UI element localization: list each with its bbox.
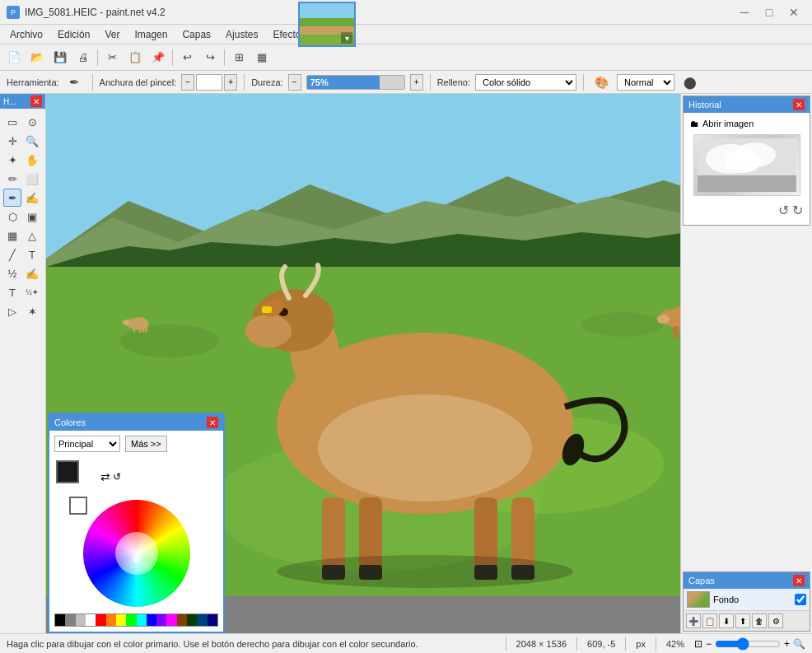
menu-imagen[interactable]: Imagen: [128, 27, 174, 42]
layer-visible-checkbox[interactable]: [795, 594, 806, 605]
add-layer-button[interactable]: ➕: [686, 613, 701, 628]
history-redo-button[interactable]: ↻: [792, 203, 803, 218]
cut-button[interactable]: ✂: [101, 48, 123, 68]
opacity-icon[interactable]: ⬤: [679, 72, 701, 92]
palette-navy-blue[interactable]: [197, 614, 207, 626]
special-3-tool[interactable]: T: [3, 283, 21, 301]
menu-ajustes[interactable]: Ajustes: [219, 27, 264, 42]
palette-magenta[interactable]: [166, 614, 176, 626]
pan-tool[interactable]: ✋: [23, 151, 41, 169]
hardness-bar[interactable]: 75%: [306, 75, 405, 90]
toolbox-close[interactable]: ✕: [30, 96, 42, 107]
layer-name: Fondo: [713, 595, 791, 604]
gradient-tool[interactable]: ▦: [3, 226, 21, 245]
save-file-button[interactable]: 💾: [49, 48, 71, 68]
color-wheel[interactable]: [83, 500, 190, 607]
move-tool[interactable]: ✛: [3, 132, 21, 150]
zoom-in-button[interactable]: +: [784, 638, 790, 650]
print-button[interactable]: 🖨: [72, 48, 94, 68]
palette-orange[interactable]: [106, 614, 116, 626]
menu-edicion[interactable]: Edición: [51, 27, 96, 42]
paste-button[interactable]: 📌: [147, 48, 169, 68]
shapes-tool[interactable]: △: [23, 226, 41, 245]
palette-gray[interactable]: [65, 614, 75, 626]
palette-red[interactable]: [96, 614, 105, 626]
hardness-increase[interactable]: +: [410, 74, 423, 91]
layer-settings-button[interactable]: ⚙: [768, 613, 783, 628]
palette-brown[interactable]: [177, 614, 187, 626]
shape-arrow-tool[interactable]: ▷: [3, 302, 21, 320]
thumbnail-expand[interactable]: ▾: [341, 32, 352, 44]
palette-yellow[interactable]: [116, 614, 126, 626]
blend-mode-dropdown[interactable]: Normal: [617, 74, 674, 91]
fill-dropdown[interactable]: Sin relleno Color sólido Lineal (degrada…: [475, 74, 576, 91]
brush-width-decrease[interactable]: −: [181, 74, 194, 91]
current-tool-icon[interactable]: ✒: [64, 72, 86, 92]
new-file-button[interactable]: 📄: [3, 48, 25, 68]
menu-capas[interactable]: Capas: [175, 27, 217, 42]
move-layer-down-button[interactable]: ⬇: [719, 613, 734, 628]
palette-black[interactable]: [55, 614, 65, 626]
zoom-tool[interactable]: 🔍: [23, 132, 41, 150]
history-item-open[interactable]: 🖿 Abrir imagen: [687, 116, 806, 131]
layer-item-fondo[interactable]: Fondo: [684, 589, 810, 610]
close-button[interactable]: ✕: [782, 4, 805, 21]
blend-mode-icon[interactable]: 🎨: [590, 72, 612, 92]
colors-close-button[interactable]: ✕: [207, 417, 218, 428]
pencil-tool[interactable]: ✒: [3, 189, 21, 207]
rectangle-select-tool[interactable]: ▭: [3, 113, 21, 131]
zoom-out-button[interactable]: −: [706, 638, 712, 650]
history-close-button[interactable]: ✕: [793, 99, 805, 110]
palette-purple[interactable]: [156, 614, 166, 626]
hardness-decrease[interactable]: −: [288, 74, 301, 91]
palette-blue[interactable]: [147, 614, 156, 626]
zoom-fit-button[interactable]: ⊡: [694, 638, 702, 650]
secondary-color-swatch[interactable]: [69, 497, 87, 515]
text-tool[interactable]: T: [23, 245, 41, 264]
zoom-slider[interactable]: [715, 637, 781, 651]
color-mode-select[interactable]: Principal Secundario: [54, 436, 120, 452]
primary-color-swatch[interactable]: [56, 460, 79, 483]
redo-button[interactable]: ↪: [199, 48, 221, 68]
swap-colors-button[interactable]: ⇄: [100, 470, 110, 483]
special-1-tool[interactable]: ½: [3, 264, 21, 282]
reset-colors-button[interactable]: ↺: [113, 470, 121, 483]
palette-dark-green[interactable]: [187, 614, 197, 626]
menu-ver[interactable]: Ver: [98, 27, 126, 42]
magic-wand-tool[interactable]: ✦: [3, 151, 21, 169]
clone-stamp-tool[interactable]: ✍: [23, 189, 41, 207]
delete-layer-button[interactable]: 🗑: [752, 613, 767, 628]
minimize-button[interactable]: ─: [733, 4, 756, 21]
palette-white[interactable]: [86, 614, 96, 626]
colors-more-button[interactable]: Más >>: [125, 436, 167, 452]
move-layer-up-button[interactable]: ⬆: [735, 613, 750, 628]
line-tool[interactable]: ╱: [3, 245, 21, 264]
layers-close-button[interactable]: ✕: [793, 575, 805, 586]
image-thumbnail-tab[interactable]: ▾: [298, 2, 356, 47]
history-undo-button[interactable]: ↺: [778, 203, 789, 218]
duplicate-layer-button[interactable]: 📋: [702, 613, 717, 628]
palette-green[interactable]: [126, 614, 136, 626]
palette-cyan[interactable]: [137, 614, 147, 626]
color-fill-tool[interactable]: ▣: [23, 208, 41, 226]
open-file-button[interactable]: 📂: [26, 48, 48, 68]
brush-width-input[interactable]: 2: [196, 74, 222, 91]
special-shape-tool[interactable]: ✶: [23, 302, 41, 320]
palette-dark-navy[interactable]: [208, 614, 217, 626]
lasso-select-tool[interactable]: ⊙: [23, 113, 41, 131]
undo-button[interactable]: ↩: [176, 48, 198, 68]
palette-silver[interactable]: [76, 614, 86, 626]
special-2-tool[interactable]: ✍: [23, 264, 41, 282]
zoom-percent: 42%: [666, 639, 684, 649]
menu-archivo[interactable]: Archivo: [3, 27, 49, 42]
paint-brush-tool[interactable]: ✏: [3, 170, 21, 188]
brush-width-increase[interactable]: +: [224, 74, 237, 91]
crop-button[interactable]: ⊞: [228, 48, 250, 68]
eraser-tool[interactable]: ⬜: [23, 170, 41, 188]
recolor-tool[interactable]: ⬡: [3, 208, 21, 226]
special-4-tool[interactable]: ½✦: [23, 283, 41, 301]
zoom-100-button[interactable]: 🔍: [793, 638, 805, 650]
maximize-button[interactable]: □: [758, 4, 781, 21]
resize-button[interactable]: ▦: [251, 48, 273, 68]
copy-button[interactable]: 📋: [124, 48, 146, 68]
